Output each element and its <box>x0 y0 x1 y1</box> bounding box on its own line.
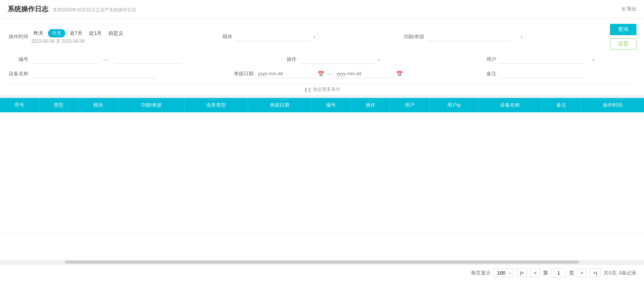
col-code: 编号 <box>311 98 351 112</box>
operation-filter-item: 操作 ∨ <box>276 55 381 64</box>
filter-area: 操作时间 昨天 今天 近7天 近1月 自定义 2023-06-06 至 2023… <box>0 19 644 95</box>
pagination-bar: 每页显示 100 50 200 |< < 第 页 > >| 共0页, 0条记录 <box>0 264 644 281</box>
col-module: 模块 <box>79 98 118 112</box>
today-btn[interactable]: 今天 <box>48 29 65 37</box>
export-icon: ⎘ <box>622 6 625 12</box>
col-user: 用户 <box>390 98 429 112</box>
operation-select[interactable] <box>300 55 375 64</box>
module-label: 模块 <box>212 33 232 40</box>
collapse-bar: ❮❮ 收起更多条件 <box>8 84 636 95</box>
col-remark: 备注 <box>542 98 581 112</box>
remark-label: 备注 <box>476 70 496 77</box>
user-filter-item: 用户 ∨ <box>476 55 596 64</box>
total-info: 共0页, 0条记录 <box>604 270 636 276</box>
last7-btn[interactable]: 近7天 <box>68 29 85 37</box>
empty-state <box>3 116 641 229</box>
export-button[interactable]: ⎘ 导出 <box>622 6 636 12</box>
module-chevron-icon: ∨ <box>313 35 316 39</box>
collapse-button[interactable]: ❮❮ 收起更多条件 <box>304 86 340 93</box>
last1m-btn[interactable]: 近1月 <box>87 29 104 37</box>
page-number-input[interactable] <box>551 269 566 277</box>
func-filter-item: 功能/单据 ∨ <box>403 32 524 41</box>
page-title: 系统操作日志 <box>8 5 48 14</box>
func-chevron-icon: ∨ <box>520 35 523 39</box>
col-user-ip: 用户ip <box>429 98 478 112</box>
filter-row-3: 设备名称 单据日期 📅 — 📅 备注 <box>8 69 636 78</box>
prev-page-button[interactable]: < <box>530 269 540 277</box>
col-voucher-date: 单据日期 <box>248 98 311 112</box>
operation-label: 操作 <box>276 56 297 63</box>
remark-input[interactable] <box>499 69 582 78</box>
device-filter-item: 设备名称 <box>8 69 156 78</box>
first-page-button[interactable]: |< <box>516 269 527 277</box>
operation-chevron-icon: ∨ <box>377 57 380 62</box>
module-filter-item: 模块 ∨ <box>212 32 317 41</box>
time-filter-item: 操作时间 昨天 今天 近7天 近1月 自定义 2023-06-06 至 2023… <box>8 29 125 45</box>
col-operation: 操作 <box>351 98 390 112</box>
data-table: 序号 类型 模块 功能/单据 业务类型 单据日期 编号 操作 用户 用户ip 设… <box>0 98 644 233</box>
user-select[interactable] <box>499 55 582 64</box>
func-select[interactable] <box>427 32 510 41</box>
code-label: 编号 <box>8 56 28 63</box>
col-device: 设备名称 <box>478 98 542 112</box>
func-label: 功能/单据 <box>403 33 425 40</box>
page-size-label: 每页显示 <box>471 270 491 276</box>
module-select[interactable] <box>235 32 311 41</box>
page-suffix: 页 <box>569 270 574 276</box>
col-func: 功能/单据 <box>118 98 184 112</box>
page-size-select[interactable]: 100 50 200 <box>494 269 513 277</box>
col-op-time: 操作时间 <box>581 98 644 112</box>
voucher-date-label: 单据日期 <box>229 70 253 77</box>
yesterday-btn[interactable]: 昨天 <box>31 29 46 37</box>
calendar-from-icon[interactable]: 📅 <box>318 71 324 77</box>
filter-row-2: 编号 — 操作 ∨ 用户 <box>8 55 636 64</box>
col-type: 类型 <box>39 98 78 112</box>
horizontal-scrollbar[interactable] <box>0 260 644 264</box>
code-range-divider: — <box>104 57 109 62</box>
page-prefix: 第 <box>543 270 548 276</box>
action-buttons: 查询 设置 <box>610 24 636 50</box>
date-to-input[interactable] <box>335 70 395 78</box>
custom-btn[interactable]: 自定义 <box>106 29 125 37</box>
user-label: 用户 <box>476 56 496 63</box>
page-header: 系统操作日志 支持2020年10月31日之后产生的操作日志 ⎘ 导出 <box>0 0 644 19</box>
col-seq: 序号 <box>0 98 39 112</box>
voucher-date-filter-item: 单据日期 📅 — 📅 <box>229 70 403 78</box>
collapse-arrow-icon: ❮❮ <box>304 87 312 92</box>
user-chevron-icon: ∨ <box>592 57 595 62</box>
last-page-button[interactable]: >| <box>590 269 601 277</box>
filter-row-1: 操作时间 昨天 今天 近7天 近1月 自定义 2023-06-06 至 2023… <box>8 24 636 50</box>
settings-button[interactable]: 设置 <box>610 38 636 50</box>
time-label: 操作时间 <box>8 33 28 40</box>
code-filter-item: 编号 — <box>8 55 181 64</box>
table-header-row: 序号 类型 模块 功能/单据 业务类型 单据日期 编号 操作 用户 用户ip 设… <box>0 98 644 112</box>
next-page-button[interactable]: > <box>577 269 587 277</box>
page-subtitle: 支持2020年10月31日之后产生的操作日志 <box>53 7 136 13</box>
device-label: 设备名称 <box>8 70 28 77</box>
query-button[interactable]: 查询 <box>610 24 636 35</box>
code-input-to[interactable] <box>115 55 181 64</box>
date-range-display: 2023-06-06 至 2023-06-06 <box>31 38 125 45</box>
device-input[interactable] <box>31 69 156 78</box>
code-input-from[interactable] <box>31 55 98 64</box>
calendar-to-icon[interactable]: 📅 <box>396 71 403 77</box>
date-from-input[interactable] <box>256 70 316 78</box>
date-range-dash: — <box>327 71 332 77</box>
scrollbar-thumb[interactable] <box>65 261 579 264</box>
table-wrapper: 序号 类型 模块 功能/单据 业务类型 单据日期 编号 操作 用户 用户ip 设… <box>0 98 644 260</box>
col-biz-type: 业务类型 <box>185 98 248 112</box>
remark-filter-item: 备注 <box>476 69 596 78</box>
